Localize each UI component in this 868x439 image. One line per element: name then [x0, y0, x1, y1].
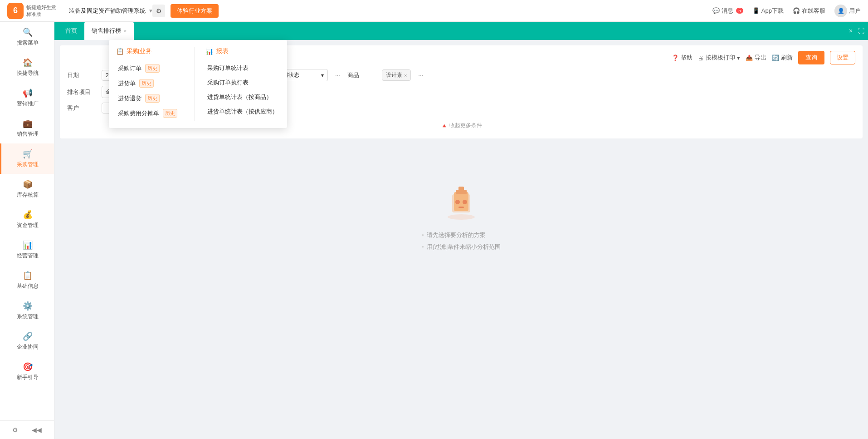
tab-home[interactable]: 首页: [58, 22, 84, 40]
goods-dots[interactable]: ···: [418, 72, 423, 79]
goods-tag-close[interactable]: ×: [404, 73, 407, 78]
main-layout: 🔍 搜索菜单 🏠 快捷导航 📢 营销推广 💼 销售管理 🛒 采购管理 📦 库存核…: [0, 22, 868, 439]
search-icon: 🔍: [23, 27, 33, 37]
dropdown-menu: 📋 采购业务 采购订单 历史 进货单 历史 进货退货 历史: [109, 40, 287, 128]
industry-btn[interactable]: 体验行业方案: [171, 4, 219, 18]
tab-bar-right: × ⛶: [849, 27, 864, 35]
operation-icon: 📊: [23, 240, 33, 250]
dropdown-reports-section: 📊 报表 采购订单统计表 采购订单执行表 进货单统计表（按商品） 进货单统计表（…: [194, 47, 280, 121]
dropdown-purchase-expense[interactable]: 采购费用分摊单 历史: [116, 106, 180, 121]
sidebar-item-quick-label: 快捷导航: [17, 69, 39, 77]
print-btn[interactable]: 🖨 按模板打印 ▾: [698, 54, 740, 62]
tab-window-expand-icon[interactable]: ⛶: [858, 27, 864, 35]
sidebar-item-system[interactable]: ⚙️ 系统管理: [0, 296, 54, 326]
sidebar-item-basic[interactable]: 📋 基础信息: [0, 265, 54, 296]
sidebar-item-inventory-label: 库存核算: [17, 191, 39, 199]
purchase-inbound-history[interactable]: 历史: [139, 79, 154, 88]
svg-point-4: [463, 200, 467, 204]
guide-icon: 🎯: [23, 362, 33, 372]
topbar: 6 畅捷通好生意 标准版 装备及固定资产辅助管理系统 ▾ ⚙ 体验行业方案 💬 …: [0, 0, 868, 22]
empty-hint-2: 用[过滤]条件来缩小分析范围: [422, 241, 501, 253]
order-status-dots[interactable]: ···: [335, 72, 340, 79]
query-btn[interactable]: 查询: [798, 51, 824, 64]
logo-area: 6 畅捷通好生意 标准版: [7, 3, 62, 19]
rank-label: 排名项目: [67, 88, 94, 96]
basic-icon: 📋: [23, 271, 33, 281]
print-dropdown-arrow[interactable]: ▾: [737, 54, 740, 61]
topbar-right: 💬 消息 5 📱 App下载 🎧 在线客服 👤 用户: [712, 5, 861, 17]
dropdown-purchase-inbound[interactable]: 进货单 历史: [116, 76, 180, 91]
home-icon: 🏠: [23, 58, 33, 68]
toolbar-right: ❓ 帮助 🖨 按模板打印 ▾ 📤 导出 🔄: [672, 51, 855, 64]
purchase-icon: 🛒: [23, 149, 33, 159]
content-area: 首页 销售排行榜 × × ⛶ ❓ 帮助: [54, 22, 868, 439]
sidebar-item-system-label: 系统管理: [17, 313, 39, 321]
sidebar-item-quick[interactable]: 🏠 快捷导航: [0, 52, 54, 83]
tab-window-close-icon[interactable]: ×: [849, 27, 853, 35]
sidebar-item-enterprise[interactable]: 🔗 企业协同: [0, 326, 54, 356]
sidebar-item-sales[interactable]: 💼 销售管理: [0, 113, 54, 143]
sidebar-item-guide[interactable]: 🎯 新手引导: [0, 356, 54, 387]
sidebar-settings-btn[interactable]: ⚙: [12, 426, 18, 434]
sidebar-item-guide-label: 新手引导: [17, 374, 39, 381]
print-icon: 🖨: [698, 54, 704, 61]
dropdown-report-order-exec[interactable]: 采购订单执行表: [205, 75, 280, 90]
message-badge: 5: [736, 8, 743, 14]
online-service-btn[interactable]: 🎧 在线客服: [793, 7, 825, 15]
tab-sales-rank-label: 销售排行榜: [92, 27, 121, 35]
help-btn[interactable]: ❓ 帮助: [672, 54, 692, 62]
settings-gear-icon[interactable]: ⚙: [152, 5, 165, 17]
sidebar-item-enterprise-label: 企业协同: [17, 343, 39, 351]
dropdown-report-order-stat[interactable]: 采购订单统计表: [205, 61, 280, 75]
sidebar: 🔍 搜索菜单 🏠 快捷导航 📢 营销推广 💼 销售管理 🛒 采购管理 📦 库存核…: [0, 22, 54, 439]
purchase-return-history[interactable]: 历史: [145, 94, 160, 103]
sidebar-item-marketing-label: 营销推广: [17, 100, 39, 108]
messages-btn[interactable]: 💬 消息 5: [712, 7, 743, 15]
export-btn[interactable]: 📤 导出: [746, 54, 766, 62]
refresh-btn[interactable]: 🔄 刷新: [772, 54, 793, 62]
date-label: 日期: [67, 71, 94, 79]
sidebar-footer: ⚙ ◀◀: [0, 420, 54, 439]
purchase-order-history[interactable]: 历史: [145, 64, 160, 73]
sidebar-item-operation[interactable]: 📊 经营管理: [0, 235, 54, 265]
sidebar-item-search[interactable]: 🔍 搜索菜单: [0, 22, 54, 52]
svg-point-0: [448, 214, 475, 220]
tab-sales-rank[interactable]: 销售排行榜 ×: [84, 22, 134, 40]
avatar: 👤: [834, 5, 847, 17]
dropdown-purchase-title: 📋 采购业务: [116, 47, 180, 55]
dropdown-report-inbound-supplier[interactable]: 进货单统计表（按供应商）: [205, 104, 280, 119]
goods-label: 商品: [347, 71, 375, 79]
system-icon: ⚙️: [23, 301, 33, 311]
sidebar-item-marketing[interactable]: 📢 营销推广: [0, 83, 54, 113]
sidebar-item-purchase[interactable]: 🛒 采购管理: [0, 143, 54, 174]
dropdown-reports-title: 📊 报表: [205, 47, 280, 55]
svg-point-3: [455, 200, 460, 204]
dropdown-report-inbound-goods[interactable]: 进货单统计表（按商品）: [205, 90, 280, 104]
sidebar-item-purchase-label: 采购管理: [17, 161, 39, 168]
dropdown-purchase-return[interactable]: 进货退货 历史: [116, 91, 180, 106]
phone-icon: 📱: [752, 7, 760, 14]
sidebar-item-inventory[interactable]: 📦 库存核算: [0, 174, 54, 204]
settings-btn[interactable]: 设置: [830, 51, 855, 64]
export-icon: 📤: [746, 54, 753, 61]
system-dropdown-arrow[interactable]: ▾: [149, 7, 152, 14]
message-icon: 💬: [712, 7, 720, 14]
user-btn[interactable]: 👤 用户: [834, 5, 861, 17]
empty-hints: 请先选择要分析的方案 用[过滤]条件来缩小分析范围: [422, 229, 501, 253]
sidebar-item-operation-label: 经营管理: [17, 252, 39, 260]
sidebar-item-sales-label: 销售管理: [17, 130, 39, 138]
customer-label: 客户: [67, 104, 94, 112]
logo-text: 畅捷通好生意 标准版: [26, 4, 56, 17]
collapse-chevron: 🔺: [441, 123, 448, 129]
tab-home-label: 首页: [65, 27, 77, 35]
purchase-expense-history[interactable]: 历史: [163, 109, 177, 118]
app-download-btn[interactable]: 📱 App下载: [752, 7, 784, 15]
order-status-arrow: ▾: [321, 72, 324, 79]
sidebar-item-finance[interactable]: 💰 资金管理: [0, 204, 54, 235]
refresh-icon: 🔄: [772, 54, 779, 61]
sidebar-collapse-btn[interactable]: ◀◀: [32, 426, 42, 434]
empty-state: 请先选择要分析的方案 用[过滤]条件来缩小分析范围: [60, 142, 863, 289]
tab-close-icon[interactable]: ×: [124, 28, 127, 34]
dropdown-purchase-order[interactable]: 采购订单 历史: [116, 61, 180, 76]
empty-hint-1: 请先选择要分析的方案: [422, 229, 501, 241]
